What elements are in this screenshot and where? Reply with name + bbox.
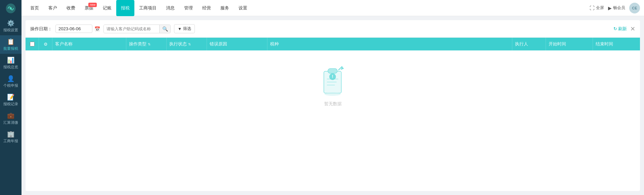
empty-illustration: ! [318,64,348,98]
th-error-reason: 错误原因 [207,38,267,50]
nav-tax[interactable]: 报税 [116,0,134,16]
nav-home[interactable]: 首页 [26,0,44,16]
th-customer-name: 客户名称 [52,38,126,50]
sort-icon: ⇅ [188,42,191,46]
date-input[interactable] [55,25,92,33]
sidebar-item-settlement[interactable]: 💼 汇算清缴 [0,109,22,128]
th-settings[interactable]: ⚙ [39,38,52,50]
filter-button[interactable]: ▼ 筛选 [174,24,195,33]
refresh-button[interactable]: ↻ 刷新 [613,26,627,32]
th-tax-type: 税种 [267,38,512,50]
th-operation-type[interactable]: 操作类型 ⇅ [126,38,167,50]
batch-tax-icon: 📋 [7,39,14,45]
sidebar-item-label: 报税总览 [3,65,18,70]
search-wrap: 🔍 [103,25,171,33]
sidebar-item-label: 批量报税 [3,46,18,51]
tax-records-icon: 📝 [7,94,14,100]
sidebar-item-batch-tax[interactable]: 📋 批量报税 [0,35,22,54]
th-exec-status[interactable]: 执行状态 ⇅ [167,38,207,50]
main-area: 首页 客户 收费 票据 new 记账 报税 工商项目 消息 管理 经营 服务 设… [22,0,644,195]
svg-point-1 [10,7,12,9]
nav-customer[interactable]: 客户 [44,0,62,16]
search-input[interactable] [104,25,159,33]
tax-settings-icon: ⚙️ [7,20,14,26]
nav-billing[interactable]: 收费 [62,0,80,16]
refresh-icon: ↻ [613,26,617,31]
th-end-time: 结束时间 [593,38,640,50]
empty-text: 暂无数据 [324,101,342,107]
toolbar-right: ↻ 刷新 ✕ [613,26,635,32]
close-button[interactable]: ✕ [630,26,635,32]
nav-invoice[interactable]: 票据 new [80,0,98,16]
refresh-label: 刷新 [618,26,627,32]
sidebar-item-tax-settings[interactable]: ⚙️ 报税设置 [0,17,22,35]
sidebar-item-label: 报税记录 [3,102,18,107]
toolbar: 操作日期： 📅 🔍 ▼ 筛选 ↻ 刷新 [26,20,640,38]
nav-operations[interactable]: 经营 [198,0,216,16]
svg-point-11 [325,92,341,96]
sidebar-item-tax-records[interactable]: 📝 报税记录 [0,91,22,109]
sidebar-item-label: 工商年报 [3,139,18,144]
nav-messages[interactable]: 消息 [161,0,179,16]
table-panel: 操作日期： 📅 🔍 ▼ 筛选 ↻ 刷新 [26,20,640,191]
sort-icon: ⇅ [148,42,151,46]
search-button[interactable]: 🔍 [159,25,171,33]
filter-label: 筛选 [183,26,191,32]
sidebar-logo [0,0,22,17]
member-button[interactable]: ▶ 畅会员 [608,5,625,11]
annual-report-icon: 🏢 [7,131,14,137]
settlement-icon: 💼 [7,113,14,119]
sidebar-item-label: 报税设置 [3,28,18,33]
sidebar-item-label: 汇算清缴 [3,120,18,125]
avatar[interactable]: CE [629,3,640,13]
sidebar-item-annual-report[interactable]: 🏢 工商年报 [0,128,22,146]
empty-state: ! 暂无数据 [26,50,640,120]
nav-accounting[interactable]: 记账 [98,0,116,16]
topnav: 首页 客户 收费 票据 new 记账 报税 工商项目 消息 管理 经营 服务 设… [22,0,644,16]
invoice-badge: new [88,3,97,7]
sidebar: ⚙️ 报税设置 📋 批量报税 📊 报税总览 👤 个税申报 📝 报税记录 💼 汇算… [0,0,22,195]
calendar-icon: 📅 [94,26,100,32]
video-icon: ▶ [608,5,612,11]
personal-tax-icon: 👤 [7,76,14,82]
nav-service[interactable]: 服务 [216,0,234,16]
nav-settings[interactable]: 设置 [234,0,252,16]
nav-business[interactable]: 工商项目 [134,0,161,16]
table-header: ⚙ 客户名称 操作类型 ⇅ 执行状态 ⇅ 错误原因 税种 [26,38,640,50]
tax-overview-icon: 📊 [7,57,14,63]
search-icon: 🔍 [162,26,168,32]
nav-management[interactable]: 管理 [179,0,198,16]
th-executor: 执行人 [512,38,546,50]
sidebar-item-label: 个税申报 [3,83,18,88]
fullscreen-button[interactable]: ⛶ 全屏 [590,5,604,11]
date-label: 操作日期： [30,26,52,32]
settings-icon: ⚙ [44,42,48,47]
sidebar-item-tax-overview[interactable]: 📊 报税总览 [0,54,22,72]
sidebar-item-personal-tax[interactable]: 👤 个税申报 [0,72,22,91]
topnav-right: ⛶ 全屏 ▶ 畅会员 CE [590,3,640,13]
th-start-time: 开始时间 [546,38,593,50]
select-all-checkbox[interactable] [30,42,35,46]
svg-text:!: ! [332,74,333,79]
filter-icon: ▼ [178,27,182,31]
svg-rect-3 [328,69,337,73]
th-checkbox[interactable] [26,38,39,50]
fullscreen-icon: ⛶ [590,5,595,11]
content-area: 操作日期： 📅 🔍 ▼ 筛选 ↻ 刷新 [22,16,644,195]
table-body: ! 暂无数据 [26,50,640,191]
